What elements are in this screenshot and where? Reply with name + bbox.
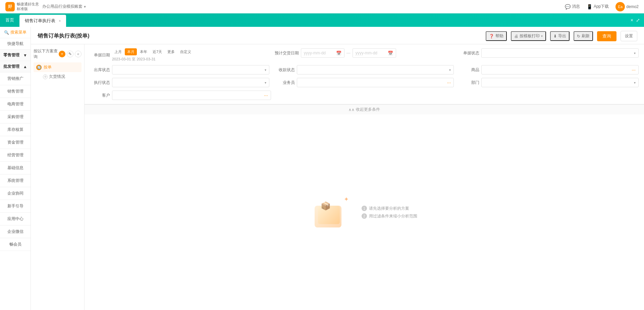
chevron-up-icon: ▲ (23, 64, 27, 69)
filter-expected-date-group: 预计交货日期 yyyy-mm-dd 📅 — yyyy-mm-dd 📅 (275, 48, 454, 58)
main-content: 单据日期 上月 本月 本年 近7天 更多 自定义 20 (85, 44, 644, 310)
top-bar-right: 💬 消息 📱 App下载 Ea demo2 (565, 2, 639, 11)
left-panel-actions: + ✎ « (59, 51, 82, 57)
collect-status-select[interactable]: ▾ (297, 65, 454, 74)
avatar: Ea (615, 2, 625, 11)
scheme-item-by-order[interactable]: 🔄 按单 (34, 62, 82, 72)
export-button[interactable]: ⬇ 导出 (550, 31, 570, 41)
empty-illustration: ✦ 📦 (311, 194, 352, 231)
dept-label: 部门 (459, 80, 479, 86)
sidebar-item-app-center[interactable]: 应用中心 (0, 213, 31, 225)
message-action[interactable]: 💬 消息 (565, 4, 580, 9)
exec-status-select[interactable]: ▾ (112, 78, 269, 87)
filter-dept-group: 部门 ▾ (459, 78, 639, 87)
collapse-panel-button[interactable]: « (75, 51, 82, 57)
refresh-button[interactable]: ↻ 刷新 (574, 31, 593, 41)
app-download-action[interactable]: 📱 App下载 (587, 4, 609, 9)
sidebar-search[interactable]: 🔍 搜索菜单 (0, 27, 31, 38)
add-scheme-button[interactable]: + (59, 51, 65, 57)
logo-text: 畅捷通好生意 标准版 (17, 2, 39, 11)
sidebar-item-retail[interactable]: 零售管理 ▼ (0, 50, 31, 61)
sales-person-select[interactable]: ··· (297, 78, 454, 87)
sidebar-item-marketing[interactable]: 营销推广 (0, 72, 31, 85)
filter-status-group: 单据状态 ▾ (459, 48, 639, 58)
left-scheme-panel: 按以下方案查询 + ✎ « 🔄 按单 ⊙ 欠货情况 (31, 44, 85, 310)
sidebar-item-ecommerce[interactable]: 电商管理 (0, 98, 31, 111)
filter-exec-status-group: 执行状态 ▾ (90, 78, 269, 87)
sales-person-label: 业务员 (275, 80, 295, 86)
box-icon: 📦 (321, 201, 331, 211)
customer-select[interactable]: ··· (112, 91, 271, 100)
sidebar-item-member[interactable]: 畅会员 (0, 238, 31, 251)
settings-button[interactable]: 设置 (621, 31, 637, 41)
breadcrumb[interactable]: 办公用品行业模拟账套 ▾ (42, 4, 86, 9)
print-icon: 🖨 (514, 34, 518, 39)
custom-btn[interactable]: 自定义 (178, 48, 194, 55)
user-profile[interactable]: Ea demo2 (615, 2, 639, 11)
scheme-sub-item-shortage[interactable]: ⊙ 欠货情况 (34, 72, 82, 81)
tab-home[interactable]: 首页 (0, 13, 19, 27)
more-btn[interactable]: 更多 (165, 48, 177, 55)
page-actions: ❓ 帮助 🖨 按模板打印 ▾ ⬇ 导出 ↻ 刷新 查询 (486, 31, 637, 41)
sidebar-item-system[interactable]: 系统管理 (0, 174, 31, 187)
scheme-sub-icon: ⊙ (43, 74, 48, 79)
last7-btn[interactable]: 近7天 (150, 48, 164, 55)
tab-active[interactable]: 销售订单执行表 × (19, 15, 66, 27)
sales-person-dots-icon[interactable]: ··· (447, 80, 451, 85)
filter-panel: 单据日期 上月 本月 本年 近7天 更多 自定义 20 (85, 44, 644, 104)
page-header: 销售订单执行表(按单) ❓ 帮助 🖨 按模板打印 ▾ ⬇ 导出 ↻ 刷新 (31, 27, 644, 44)
query-button[interactable]: 查询 (597, 31, 616, 41)
exec-status-dropdown-icon: ▾ (265, 81, 266, 85)
filter-row-2: 出库状态 ▾ 收款状态 ▾ (90, 65, 639, 74)
collapse-filter-bar[interactable]: ∧∧ 收起更多条件 (85, 104, 644, 114)
current-year-btn[interactable]: 本年 (138, 48, 150, 55)
filter-customer-group: 客户 ··· (90, 91, 271, 100)
collapse-icon: ∧∧ (348, 107, 355, 112)
message-icon: 💬 (565, 4, 571, 9)
sidebar-item-basics[interactable]: 基础信息 (0, 162, 31, 174)
out-status-label: 出库状态 (90, 67, 110, 73)
date-content: 上月 本月 本年 近7天 更多 自定义 2023-03-01 至 2023-03… (112, 48, 194, 62)
sidebar-item-enterprise-wechat[interactable]: 企业微信 (0, 225, 31, 238)
help-button[interactable]: ❓ 帮助 (486, 31, 507, 41)
customer-dots-icon[interactable]: ··· (264, 93, 268, 98)
main-inner: 按以下方案查询 + ✎ « 🔄 按单 ⊙ 欠货情况 (31, 44, 644, 310)
sidebar: 🔍 搜索菜单 快捷导航 零售管理 ▼ 批发管理 ▲ 营销推广 销售管理 电商管理… (0, 27, 31, 310)
filter-sales-person-group: 业务员 ··· (275, 78, 454, 87)
goods-select[interactable]: ··· (481, 65, 639, 74)
filter-collect-status-group: 收款状态 ▾ (275, 65, 454, 74)
sidebar-item-enterprise-collab[interactable]: 企业协同 (0, 187, 31, 200)
status-select[interactable]: ▾ (481, 48, 639, 58)
out-status-select[interactable]: ▾ (112, 65, 269, 74)
tip-num-1: 1 (362, 206, 367, 211)
sidebar-item-operations[interactable]: 经营管理 (0, 149, 31, 162)
tab-close-icon[interactable]: × (59, 19, 61, 23)
sidebar-item-inventory[interactable]: 库存核算 (0, 123, 31, 136)
window-close-icon[interactable]: × (631, 17, 633, 23)
template-print-button[interactable]: 🖨 按模板打印 ▾ (511, 31, 546, 41)
sidebar-item-sales[interactable]: 销售管理 (0, 85, 31, 98)
exec-status-label: 执行状态 (90, 80, 110, 86)
sidebar-item-purchase[interactable]: 采购管理 (0, 111, 31, 123)
date-buttons: 上月 本月 本年 近7天 更多 自定义 (112, 48, 194, 55)
data-area: ✦ 📦 1 请先选择要分析的方案 2 用过滤条件来缩小分析范围 (85, 114, 644, 310)
prev-month-btn[interactable]: 上月 (112, 48, 124, 55)
window-maximize-icon[interactable]: ⤢ (636, 17, 640, 23)
collect-status-label: 收款状态 (275, 67, 295, 73)
tab-bar: 首页 销售订单执行表 × × ⤢ (0, 13, 644, 27)
edit-scheme-button[interactable]: ✎ (67, 51, 73, 57)
expected-date-start[interactable]: yyyy-mm-dd 📅 (301, 48, 344, 58)
dept-select[interactable]: ▾ (481, 78, 639, 87)
top-bar-left: 好 畅捷通好生意 标准版 办公用品行业模拟账套 ▾ (5, 2, 86, 11)
expected-date-end[interactable]: yyyy-mm-dd 📅 (353, 48, 396, 58)
sidebar-item-newbie[interactable]: 新手引导 (0, 200, 31, 213)
sidebar-item-finance[interactable]: 资金管理 (0, 136, 31, 149)
sidebar-quick-nav[interactable]: 快捷导航 (0, 38, 31, 50)
empty-tips: 1 请先选择要分析的方案 2 用过滤条件来缩小分析范围 (362, 206, 417, 219)
scheme-icon: 🔄 (36, 65, 42, 70)
filter-goods-group: 商品 ··· (459, 65, 639, 74)
goods-dots-icon[interactable]: ··· (632, 67, 636, 72)
sidebar-item-wholesale[interactable]: 批发管理 ▲ (0, 61, 31, 72)
chevron-down-icon: ▼ (23, 53, 27, 58)
current-month-btn[interactable]: 本月 (125, 48, 137, 55)
